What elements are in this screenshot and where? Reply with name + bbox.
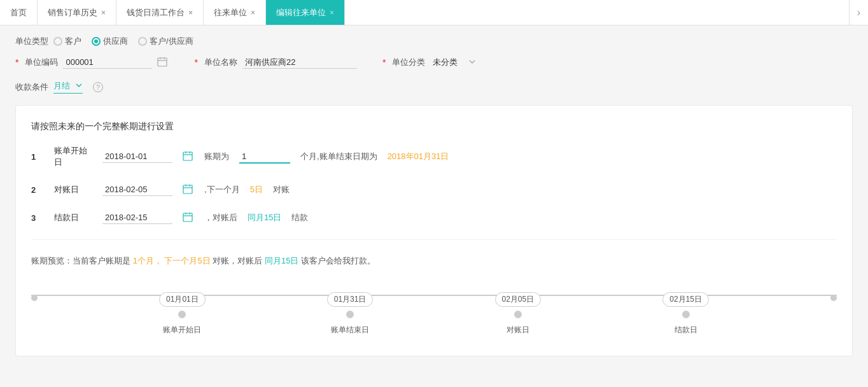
period-row-1: 1 账单开始日 账期为 个月,账单结束日期为 2018年01月31日: [31, 145, 837, 168]
radio-supplier[interactable]: 供应商: [92, 36, 128, 47]
timeline-node-3-label: 对账日: [507, 325, 529, 335]
card-instruction: 请按照未来的一个完整帐期进行设置: [31, 121, 837, 132]
svg-rect-8: [183, 185, 192, 194]
svg-rect-12: [183, 213, 192, 222]
radio-both[interactable]: 客户/供应商: [138, 36, 193, 47]
preview-text: 账期预览：当前客户账期是 1个月， 下一个月5日 对账，对账后 同月15日 该客…: [31, 250, 837, 267]
tabs-bar: 首页 销售订单历史 × 钱货日清工作台 × 往来单位 × 编辑往来单位 × ›: [0, 0, 868, 25]
timeline-node-2-circle: [346, 311, 354, 318]
tab-edit-partner-label: 编辑往来单位: [276, 7, 326, 18]
period-num-2: 2: [31, 185, 44, 195]
tab-more-button[interactable]: ›: [849, 0, 868, 25]
timeline-node-1-circle: [178, 311, 186, 318]
timeline-nodes: 01月01日 账单开始日 01月31日 账单结束日 02月05日 对账日: [31, 292, 837, 335]
unit-code-required: *: [15, 57, 18, 67]
timeline-end-dot: [830, 292, 837, 301]
preview-part1: 1个月，: [133, 256, 162, 265]
radio-both-circle: [138, 37, 147, 46]
period-row-3: 3 结款日 ，对账后 同月15日 结款: [31, 211, 837, 224]
period-label-reconcile: 对账日: [54, 184, 92, 195]
timeline-node-1-badge: 01月01日: [159, 292, 206, 307]
payment-term-group: 收款条件 月结 ?: [15, 80, 103, 94]
unit-code-group: * 单位编码: [15, 56, 169, 69]
period-row3-prefix: ，对账后: [204, 212, 237, 223]
payment-term-select[interactable]: 月结: [53, 80, 83, 94]
period-row2-suffix: 对账: [273, 184, 290, 195]
account-start-cal-icon[interactable]: [183, 151, 194, 162]
period-row3-suffix: 结款: [291, 212, 308, 223]
tab-cash-work-close[interactable]: ×: [188, 8, 193, 17]
reconcile-date-input[interactable]: [102, 183, 172, 196]
tab-partner[interactable]: 往来单位 ×: [204, 0, 266, 25]
unit-category-dropdown-icon[interactable]: [468, 57, 477, 68]
tab-home-label: 首页: [10, 7, 27, 18]
reconcile-cal-icon[interactable]: [183, 184, 194, 195]
timeline-node-3: 02月05日 对账日: [495, 292, 542, 335]
unit-code-label: 单位编码: [25, 57, 58, 68]
unit-code-icon[interactable]: [157, 57, 169, 68]
timeline-node-3-badge: 02月05日: [495, 292, 542, 307]
period-num-3: 3: [31, 213, 44, 223]
tab-cash-work[interactable]: 钱货日清工作台 ×: [116, 0, 204, 25]
period-row2-prefix: ,下一个月: [204, 184, 240, 195]
period-end-date-highlight: 2018年01月31日: [388, 151, 449, 162]
payment-term-value: 月结: [53, 80, 70, 92]
unit-name-input[interactable]: [242, 56, 357, 69]
preview-end: 该客户会给我打款。: [301, 256, 375, 265]
tab-sales-order-history-close[interactable]: ×: [101, 8, 106, 17]
unit-type-row: 单位类型 客户 供应商 客户/供应商: [15, 36, 853, 47]
radio-customer-circle: [53, 37, 62, 46]
account-start-date-input[interactable]: [102, 150, 172, 163]
tab-sales-order-history-label: 销售订单历史: [48, 7, 97, 18]
radio-customer[interactable]: 客户: [53, 36, 81, 47]
period-row1-prefix: 账期为: [204, 151, 229, 162]
payment-term-dropdown-icon: [75, 81, 83, 91]
tab-partner-close[interactable]: ×: [251, 8, 255, 17]
unit-info-row: * 单位编码 * 单位名称 * 单位分类 未分类: [15, 56, 853, 69]
period-settings-card: 请按照未来的一个完整帐期进行设置 1 账单开始日 账期为 个月,账单结束日期为 …: [15, 105, 853, 356]
unit-category-group: * 单位分类 未分类: [382, 57, 477, 68]
timeline: 01月01日 账单开始日 01月31日 账单结束日 02月05日 对账日: [31, 282, 837, 341]
unit-category-value: 未分类: [433, 57, 458, 68]
main-content: 单位类型 客户 供应商 客户/供应商 * 单位编码: [0, 25, 868, 387]
period-row1-suffix: 个月,账单结束日期为: [300, 151, 377, 162]
radio-group: 客户 供应商 客户/供应商: [53, 36, 193, 47]
timeline-node-1: 01月01日 账单开始日: [159, 292, 206, 335]
period-row-2: 2 对账日 ,下一个月 5日 对账: [31, 183, 837, 196]
end-dot-circle: [830, 295, 837, 301]
period-months-input[interactable]: [239, 150, 290, 164]
unit-code-input[interactable]: [63, 56, 152, 69]
svg-rect-0: [158, 58, 167, 66]
unit-name-required: *: [194, 57, 197, 67]
timeline-node-3-circle: [514, 311, 522, 318]
timeline-node-4-circle: [682, 311, 690, 318]
payment-term-help-icon[interactable]: ?: [93, 82, 103, 92]
period-label-payment: 结款日: [54, 212, 92, 223]
unit-category-required: *: [382, 57, 386, 67]
card-divider: [31, 239, 837, 240]
unit-name-label: 单位名称: [204, 57, 237, 68]
start-dot-circle: [31, 295, 38, 301]
timeline-node-4: 02月15日 结款日: [662, 292, 709, 335]
radio-customer-label: 客户: [65, 36, 81, 47]
unit-category-label: 单位分类: [392, 57, 425, 68]
unit-type-group: 单位类型 客户 供应商 客户/供应商: [15, 36, 193, 47]
timeline-start-dot: [31, 292, 38, 301]
radio-both-label: 客户/供应商: [150, 36, 193, 47]
timeline-node-1-label: 账单开始日: [163, 325, 201, 335]
tab-partner-label: 往来单位: [214, 7, 247, 18]
payment-date-input[interactable]: [102, 211, 172, 224]
unit-name-group: * 单位名称: [194, 56, 356, 69]
preview-label: 账期预览：当前客户账期是: [31, 256, 130, 265]
radio-supplier-label: 供应商: [103, 36, 128, 47]
tab-edit-partner-close[interactable]: ×: [330, 8, 334, 17]
payment-cal-icon[interactable]: [183, 212, 194, 223]
payment-term-row: 收款条件 月结 ?: [15, 80, 853, 94]
unit-type-label: 单位类型: [15, 36, 48, 47]
timeline-node-2-badge: 01月31日: [327, 292, 374, 307]
payment-day-highlight: 同月15日: [248, 212, 281, 223]
tab-home[interactable]: 首页: [0, 0, 38, 25]
reconcile-day-highlight: 5日: [250, 184, 263, 195]
tab-sales-order-history[interactable]: 销售订单历史 ×: [38, 0, 116, 25]
tab-edit-partner[interactable]: 编辑往来单位 ×: [266, 0, 345, 25]
